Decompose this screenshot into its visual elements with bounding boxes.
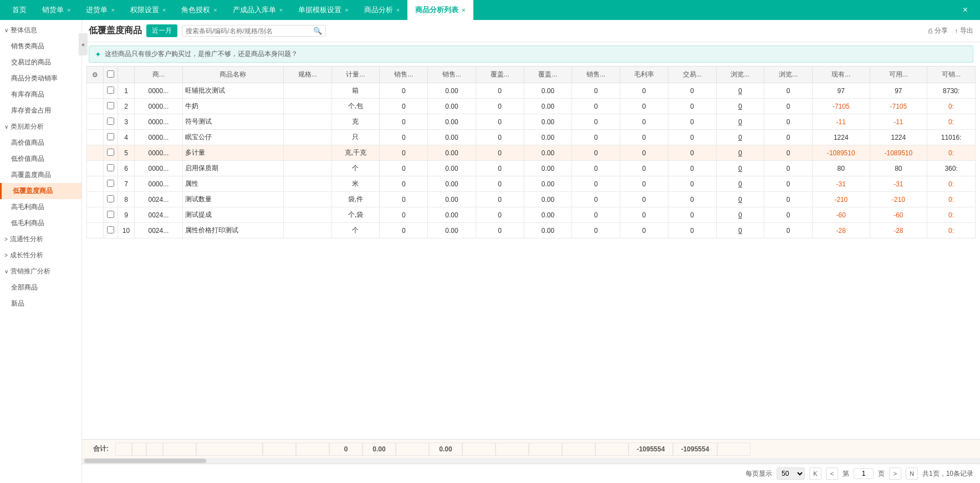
th-code[interactable]: 商... — [135, 67, 183, 83]
share-button[interactable]: ⎙ 分享 — [928, 26, 948, 35]
row-checkbox[interactable] — [107, 164, 114, 171]
nav-permission[interactable]: 权限设置 × — [122, 0, 173, 20]
th-unit[interactable]: 计量... — [331, 67, 380, 83]
th-browse[interactable]: 浏览... — [716, 67, 764, 83]
close-permission-tab[interactable]: × — [162, 7, 166, 13]
sidebar-section-category[interactable]: ∨ 类别差分析 — [0, 119, 81, 135]
row-checkbox[interactable] — [107, 149, 114, 156]
close-template-tab[interactable]: × — [345, 7, 348, 13]
cell-checkbox[interactable] — [104, 99, 118, 114]
th-sellable[interactable]: 可销... — [927, 67, 976, 83]
window-close-button[interactable]: × — [955, 0, 976, 20]
sidebar-section-overall[interactable]: ∨ 整体信息 — [0, 22, 81, 38]
cell-checkbox[interactable] — [104, 114, 118, 130]
cell-checkbox[interactable] — [104, 83, 118, 99]
cell-checkbox[interactable] — [104, 192, 118, 207]
sidebar-section-liquidity[interactable]: > 流通性分析 — [0, 231, 81, 247]
close-purchase-tab[interactable]: × — [111, 7, 114, 13]
row-checkbox[interactable] — [107, 195, 114, 202]
th-sales-qty[interactable]: 销售... — [380, 67, 428, 83]
th-settings[interactable]: ⚙ — [87, 67, 104, 83]
close-role-tab[interactable]: × — [213, 7, 217, 13]
cell-browse[interactable]: 0 — [716, 161, 764, 176]
nav-purchase[interactable]: 进货单 × — [78, 0, 122, 20]
prev-page-button[interactable]: < — [826, 467, 838, 480]
cell-browse[interactable]: 0 — [716, 145, 764, 161]
row-checkbox[interactable] — [107, 87, 114, 94]
sidebar-item-high-value[interactable]: 高价值商品 — [0, 135, 81, 151]
cell-checkbox[interactable] — [104, 145, 118, 161]
export-button[interactable]: ↑ 导出 — [955, 26, 973, 35]
row-checkbox[interactable] — [107, 133, 114, 140]
close-product-inbound-tab[interactable]: × — [279, 7, 283, 13]
sidebar-item-new-goods[interactable]: 新品 — [0, 296, 81, 312]
cell-checkbox[interactable] — [104, 207, 118, 223]
th-trans[interactable]: 交易... — [668, 67, 716, 83]
th-avail[interactable]: 可用... — [870, 67, 927, 83]
th-sales-cust[interactable]: 销售... — [572, 67, 620, 83]
sidebar-item-traded-goods[interactable]: 交易过的商品 — [0, 54, 81, 70]
th-gross-rate[interactable]: 毛利率 — [620, 67, 668, 83]
period-button[interactable]: 近一月 — [146, 24, 177, 37]
close-sales-tab[interactable]: × — [67, 7, 70, 13]
cell-browse[interactable]: 0 — [716, 130, 764, 145]
sidebar-item-high-margin[interactable]: 高毛利商品 — [0, 199, 81, 215]
sidebar-item-all-goods[interactable]: 全部商品 — [0, 279, 81, 296]
row-checkbox[interactable] — [107, 118, 114, 125]
page-size-select[interactable]: 50 10 20 100 — [777, 467, 805, 480]
cell-checkbox[interactable] — [104, 161, 118, 176]
row-checkbox[interactable] — [107, 180, 114, 187]
page-input[interactable] — [854, 468, 874, 479]
cell-browse[interactable]: 0 — [716, 223, 764, 238]
cell-browse[interactable]: 0 — [716, 176, 764, 192]
sidebar-collapse-button[interactable]: « — [79, 33, 88, 55]
cell-browse[interactable]: 0 — [716, 114, 764, 130]
cell-checkbox[interactable] — [104, 130, 118, 145]
th-cover-rate[interactable]: 覆盖... — [524, 67, 572, 83]
sidebar-section-marketing[interactable]: ∨ 营销推广分析 — [0, 263, 81, 279]
horizontal-scrollbar[interactable] — [82, 458, 980, 464]
sidebar-item-category-rate[interactable]: 商品分类动销率 — [0, 70, 81, 87]
th-checkbox[interactable] — [104, 67, 118, 83]
cell-stock: -1089510 — [812, 145, 870, 161]
nav-goods-analysis-list[interactable]: 商品分析列表 × — [407, 0, 473, 20]
sidebar-item-low-value[interactable]: 低价值商品 — [0, 151, 81, 167]
nav-template[interactable]: 单据模板设置 × — [290, 0, 356, 20]
sidebar-item-high-coverage[interactable]: 高覆盖度商品 — [0, 167, 81, 183]
th-browse-cust[interactable]: 浏览... — [764, 67, 813, 83]
nav-home[interactable]: 首页 — [4, 0, 34, 20]
cell-browse[interactable]: 0 — [716, 207, 764, 223]
sidebar-item-stock-goods[interactable]: 有库存商品 — [0, 87, 81, 103]
th-cover-cust[interactable]: 覆盖... — [476, 67, 524, 83]
nav-sales[interactable]: 销货单 × — [34, 0, 78, 20]
cell-browse[interactable]: 0 — [716, 192, 764, 207]
cell-browse[interactable]: 0 — [716, 99, 764, 114]
th-spec[interactable]: 规格... — [283, 67, 331, 83]
sidebar-item-low-coverage[interactable]: 低覆盖度商品 — [0, 183, 81, 199]
cell-checkbox[interactable] — [104, 176, 118, 192]
th-name[interactable]: 商品名称 — [182, 67, 283, 83]
row-checkbox[interactable] — [107, 211, 114, 218]
pagination: 每页显示 50 10 20 100 K < 第 页 > N 共1页，10条记录 — [82, 464, 980, 483]
nav-role[interactable]: 角色授权 × — [173, 0, 224, 20]
cell-checkbox[interactable] — [104, 223, 118, 238]
search-input[interactable] — [186, 27, 313, 35]
row-checkbox[interactable] — [107, 102, 114, 109]
select-all-checkbox[interactable] — [107, 70, 114, 78]
close-goods-analysis-tab[interactable]: × — [396, 7, 400, 13]
sidebar-item-sales-goods[interactable]: 销售类商品 — [0, 38, 81, 54]
close-goods-analysis-list-tab[interactable]: × — [462, 7, 465, 13]
th-sales-amt[interactable]: 销售... — [428, 67, 476, 83]
next-page-button[interactable]: > — [889, 467, 901, 480]
row-checkbox[interactable] — [107, 226, 114, 233]
nav-goods-analysis[interactable]: 商品分析 × — [356, 0, 407, 20]
sidebar-item-low-margin[interactable]: 低毛利商品 — [0, 215, 81, 231]
th-stock[interactable]: 现有... — [812, 67, 870, 83]
nav-product-inbound[interactable]: 产成品入库单 × — [225, 0, 290, 20]
last-page-button[interactable]: N — [906, 467, 918, 480]
scrollbar-thumb[interactable] — [84, 459, 206, 463]
sidebar-section-growth[interactable]: > 成长性分析 — [0, 247, 81, 263]
sidebar-item-stock-fund[interactable]: 库存资金占用 — [0, 103, 81, 119]
first-page-button[interactable]: K — [809, 467, 821, 480]
cell-browse[interactable]: 0 — [716, 83, 764, 99]
